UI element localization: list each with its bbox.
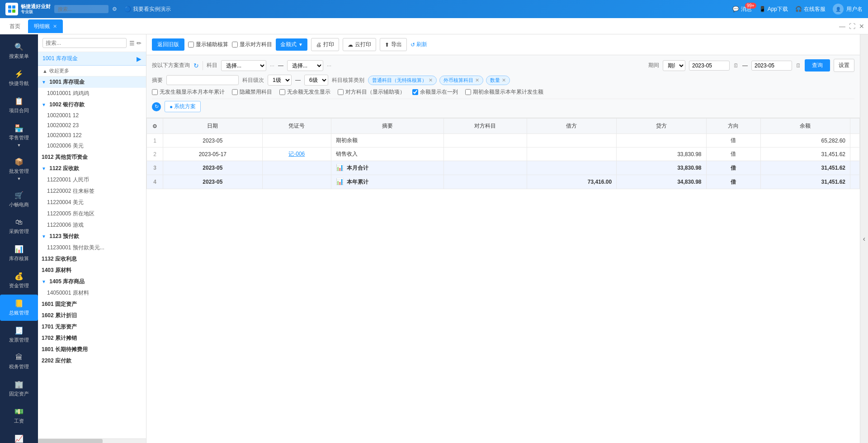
sidebar-item-purchase[interactable]: 🛍 采购管理 [0, 214, 38, 239]
sidebar-item-inventory[interactable]: 📊 库存核算 [0, 240, 38, 267]
level-from-select[interactable]: 1级 [268, 75, 292, 86]
sidebar-item-fixed-assets[interactable]: 🏢 固定资产 [0, 376, 38, 402]
tree-node-1801[interactable]: 1801 长期待摊费用 [38, 344, 146, 355]
cb-opening-annual[interactable]: 期初余额显示本年累计发生额 [465, 88, 543, 96]
subject-select[interactable]: 选择... [221, 60, 266, 71]
restore-icon[interactable]: ⛶ [849, 23, 855, 30]
demo-link[interactable]: 🔵 我要看实例演示 [124, 5, 171, 13]
tab-home[interactable]: 首页 [4, 19, 26, 33]
print-btn[interactable]: 🖨 打印 [311, 38, 339, 51]
style-btn[interactable]: 金额式 ▼ [276, 38, 307, 51]
right-collapse-btn[interactable]: ‹ [860, 34, 868, 443]
row-voucher-2[interactable]: 记-006 [262, 148, 331, 161]
tree-node-10020001[interactable]: 10020001 12 [38, 110, 146, 120]
sidebar-item-invoice[interactable]: 🧾 发票管理 [0, 322, 38, 348]
export-btn[interactable]: ⬆ 导出 [380, 38, 407, 51]
tree-toggle-1405[interactable]: ▼ [42, 279, 46, 284]
message-btn[interactable]: 💬 消息 99+ [732, 5, 752, 13]
show-opposite-checkbox[interactable] [232, 42, 238, 48]
tree-node-1002[interactable]: ▼ 1002 银行存款 [38, 99, 146, 110]
search-input[interactable] [54, 5, 108, 13]
filter-tag-close-1[interactable]: ✕ [475, 77, 479, 83]
period-type-select[interactable]: 期间 [663, 60, 685, 71]
scheme-icon[interactable]: ↻ [193, 62, 199, 69]
settings-icon[interactable]: ⚙ [112, 6, 117, 12]
tree-node-1403[interactable]: 1403 原材料 [38, 265, 146, 276]
tree-node-14050001[interactable]: 14050001 原材料 [38, 287, 146, 299]
return-old-btn[interactable]: 返回旧版 [152, 38, 184, 51]
sidebar-item-operations[interactable]: 📈 经营管理 [0, 430, 38, 443]
tree-toggle-1122[interactable]: ▼ [42, 166, 46, 171]
cloud-print-btn[interactable]: ☁ 云打印 [343, 38, 376, 51]
tree-node-1122[interactable]: ▼ 1122 应收款 [38, 163, 146, 174]
table-container: ⚙ 日期 凭证号 摘要 对方科目 借方 贷方 方向 余额 [146, 118, 860, 443]
refresh-btn[interactable]: ↺ 刷新 [410, 41, 427, 48]
minimize-icon[interactable]: — [839, 23, 845, 30]
cb-hide-disabled[interactable]: 隐藏禁用科目 [232, 88, 272, 96]
tree-node-1123[interactable]: ▼ 1123 预付款 [38, 231, 146, 242]
tree-node-11220005[interactable]: 11220005 所在地区 [38, 208, 146, 219]
tree-node-10020006[interactable]: 10020006 美元 [38, 140, 146, 152]
scheme-refresh-icon[interactable]: ↻ [152, 102, 161, 111]
tree-node-1001[interactable]: ▼ 1001 库存现金 [38, 76, 146, 88]
sidebar-item-search[interactable]: 🔍 搜索菜单 [0, 38, 38, 64]
settings-btn[interactable]: 设置 [834, 59, 854, 72]
selected-account-bar[interactable]: 1001 库存现金 ▶ [38, 52, 146, 66]
col-config[interactable]: ⚙ [147, 119, 163, 134]
query-btn[interactable]: 查询 [805, 59, 830, 71]
period-to-input[interactable] [751, 61, 792, 71]
tree-add-icon[interactable]: ✏ [137, 40, 142, 47]
account-tree-list: ▼ 1001 库存现金 10010001 鸡鸡鸡 ▼ 1002 银行存款 100… [38, 76, 146, 438]
tree-node-1405[interactable]: ▼ 1405 库存商品 [38, 276, 146, 287]
tree-node-11220002[interactable]: 11220002 往来标签 [38, 186, 146, 197]
config-icon[interactable]: ⚙ [152, 123, 157, 129]
tree-node-1601[interactable]: 1601 固定资产 [38, 299, 146, 310]
level-to-select[interactable]: 6级 [304, 75, 328, 86]
sidebar-item-ecommerce[interactable]: 🛒 小畅电商 [0, 186, 38, 213]
tree-node-10010001[interactable]: 10010001 鸡鸡鸡 [38, 88, 146, 99]
tree-node-1012[interactable]: 1012 其他货币资金 [38, 152, 146, 163]
tree-list-icon[interactable]: ☰ [129, 40, 135, 47]
tree-node-2202[interactable]: 2202 应付款 [38, 355, 146, 367]
tree-node-1602[interactable]: 1602 累计折旧 [38, 310, 146, 321]
scheme-btn[interactable]: ● 系统方案 [165, 101, 201, 112]
subject-select-to[interactable]: 选择... [287, 60, 323, 71]
summary-input[interactable] [166, 75, 239, 85]
sidebar-item-funds[interactable]: 💰 资金管理 [0, 267, 38, 294]
sidebar-item-tax[interactable]: 🏛 税务管理 [0, 349, 38, 375]
app-download-btn[interactable]: 📱 App下载 [759, 5, 788, 13]
sidebar-item-wholesale[interactable]: 📦 批发管理 ▼ [0, 153, 38, 186]
sidebar-item-project[interactable]: 📋 项目合同 [0, 92, 38, 119]
filter-tag-close-0[interactable]: ✕ [429, 77, 433, 83]
tree-node-11220006[interactable]: 11220006 游戏 [38, 219, 146, 231]
tree-node-11230001[interactable]: 11230001 预付款美元... [38, 242, 146, 253]
tree-toggle-1123[interactable]: ▼ [42, 234, 46, 239]
close-icon[interactable]: ✕ [859, 23, 864, 30]
tree-node-1132[interactable]: 1132 应收利息 [38, 253, 146, 265]
cb-opposite[interactable]: 对方科目（显示辅助项） [338, 88, 405, 96]
tree-search-input[interactable] [42, 38, 127, 48]
tab-detail[interactable]: 明细账 ✕ [28, 19, 63, 33]
tab-close-icon[interactable]: ✕ [53, 24, 57, 29]
online-service-btn[interactable]: 🎧 在线客服 [795, 5, 826, 13]
tree-toggle-1001[interactable]: ▼ [42, 80, 46, 85]
cb-balance-one-col[interactable]: 余额显示在一列 [412, 88, 458, 96]
user-menu[interactable]: 👤 用户名 [833, 4, 863, 14]
filter-more-btn[interactable]: ▲ 收起更多 [38, 66, 146, 76]
cb-no-balance[interactable]: 无余额无发生显示 [279, 88, 330, 96]
tree-toggle-1002[interactable]: ▼ [42, 102, 46, 107]
show-aux-checkbox[interactable] [188, 42, 194, 48]
tree-node-11220004[interactable]: 11220004 美元 [38, 197, 146, 208]
tree-node-11220001[interactable]: 11220001 人民币 [38, 174, 146, 186]
period-from-input[interactable] [689, 61, 730, 71]
tree-node-10020002[interactable]: 10020002 23 [38, 120, 146, 130]
sidebar-item-salary[interactable]: 💵 工资 [0, 403, 38, 429]
filter-tag-close-2[interactable]: ✕ [502, 77, 506, 83]
tree-node-1702[interactable]: 1702 累计摊销 [38, 333, 146, 344]
tree-node-10020003[interactable]: 10020003 122 [38, 130, 146, 140]
cb-no-amount[interactable]: 无发生额显示本月本年累计 [152, 88, 225, 96]
sidebar-item-quick-nav[interactable]: ⚡ 快捷导航 [0, 65, 38, 91]
sidebar-item-ledger[interactable]: 📒 总账管理 [0, 295, 38, 321]
sidebar-item-retail[interactable]: 🏪 零售管理 ▼ [0, 119, 38, 152]
tree-node-1701[interactable]: 1701 无形资产 [38, 321, 146, 333]
